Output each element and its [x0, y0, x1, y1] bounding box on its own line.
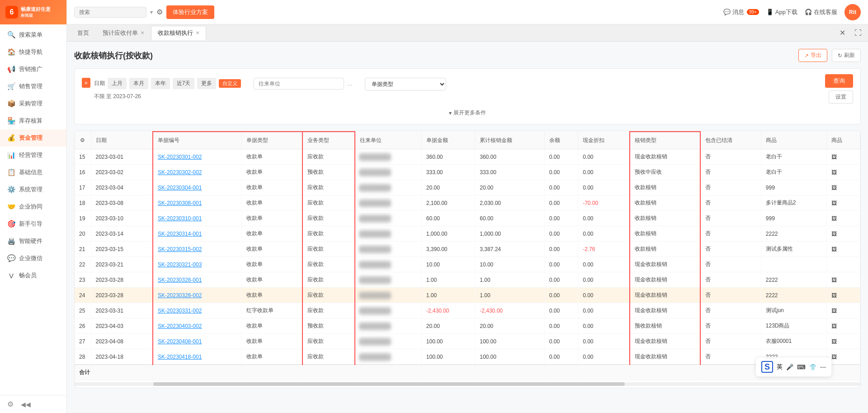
table-scroll-wrapper[interactable]: ⚙ 日期 单据编号 单据类型 业务类型 往来单位 单据金额 累计核销金额 余额 …	[75, 131, 860, 380]
sidebar-item-operation[interactable]: 📊 经营管理	[0, 147, 66, 164]
tab-receipt-close-icon[interactable]: ✕	[196, 30, 199, 35]
expand-arrow-icon[interactable]: »	[82, 78, 90, 88]
cell-voucher-no-link[interactable]: SK-20230408-001	[158, 338, 202, 345]
table-total-row: 合计	[75, 365, 860, 380]
cell-voucher-no[interactable]: SK-20230315-002	[153, 242, 241, 257]
filter-date-custom[interactable]: 自定义	[219, 79, 241, 88]
user-avatar-action[interactable]: Rit	[844, 4, 861, 20]
cell-writeoff-amount: 1,000.00	[475, 226, 545, 242]
cell-voucher-no[interactable]: SK-20230331-002	[153, 303, 241, 318]
cell-balance: 0.00	[544, 149, 578, 165]
query-button[interactable]: 查询	[825, 74, 853, 88]
col-settings[interactable]: ⚙	[75, 132, 91, 149]
cell-voucher-no[interactable]: SK-20230308-001	[153, 195, 241, 211]
sidebar-item-enterprise[interactable]: 🤝 企业协同	[0, 198, 66, 215]
partner-input[interactable]	[254, 78, 344, 90]
sidebar-item-label: 基础信息	[19, 168, 42, 176]
tab-presale-close-icon[interactable]: ✕	[141, 30, 144, 35]
cell-biz-type: 应收款	[302, 211, 355, 226]
sidebar-item-sales[interactable]: 🛒 销售管理	[0, 78, 66, 95]
filter-date-last-month[interactable]: 上月	[108, 78, 127, 89]
microphone-icon[interactable]: 🎤	[786, 364, 793, 370]
nav-search-input[interactable]	[74, 7, 146, 18]
table-scroll-bar[interactable]	[75, 382, 860, 386]
sidebar-item-wechat[interactable]: 💬 企业微信	[0, 250, 66, 267]
sidebar-item-hardware[interactable]: 🖨️ 智能硬件	[0, 233, 66, 250]
sidebar-item-shortcuts[interactable]: 🏠 快捷导航	[0, 43, 66, 61]
cell-voucher-no-link[interactable]: SK-20230314-001	[158, 231, 202, 237]
cell-voucher-no[interactable]: SK-20230321-003	[153, 257, 241, 272]
cell-voucher-no-link[interactable]: SK-20230301-002	[158, 154, 202, 160]
cell-balance: 0.00	[544, 303, 578, 318]
online-service-action[interactable]: 🎧 在线客服	[805, 8, 837, 16]
cell-voucher-no[interactable]: SK-20230304-001	[153, 180, 241, 195]
sidebar-settings-icon[interactable]: ⚙	[7, 400, 14, 408]
cell-voucher-no[interactable]: SK-20230301-002	[153, 149, 241, 165]
cell-voucher-no-link[interactable]: SK-20230418-001	[158, 354, 202, 360]
cell-goods-img: 🖼	[826, 195, 860, 211]
sidebar-item-guide[interactable]: 🎯 新手引导	[0, 215, 66, 233]
filter-expand-button[interactable]: ▾ 展开更多条件	[443, 107, 491, 119]
filter-settings-button[interactable]: 设置	[829, 90, 853, 104]
cell-voucher-no[interactable]: SK-20230328-001	[153, 272, 241, 288]
cell-voucher-no[interactable]: SK-20230302-002	[153, 165, 241, 180]
header-gear-icon[interactable]: ⚙	[156, 8, 163, 16]
solution-button[interactable]: 体验行业方案	[166, 5, 214, 19]
printer-icon: 🖨️	[7, 237, 15, 245]
header-actions: 💬 消息 99+ 📱 App下载 🎧 在线客服 Rit	[723, 4, 861, 20]
shirt-icon[interactable]: 👕	[809, 364, 816, 370]
sidebar-bottom: ⚙ ◀◀	[0, 395, 66, 413]
cell-voucher-no[interactable]: SK-20230328-002	[153, 288, 241, 303]
sidebar-item-inventory[interactable]: 🏪 库存核算	[0, 112, 66, 129]
total-cell-8	[544, 365, 578, 380]
cell-voucher-no-link[interactable]: SK-20230308-001	[158, 200, 202, 206]
tab-receipt[interactable]: 收款核销执行 ✕	[151, 26, 206, 40]
sidebar-item-member[interactable]: V 畅会员	[0, 267, 66, 284]
cell-voucher-no-link[interactable]: SK-20230331-002	[158, 308, 202, 314]
chart-icon: 📊	[7, 151, 15, 159]
sidebar-collapse-icon[interactable]: ◀◀	[21, 401, 31, 408]
cell-voucher-no[interactable]: SK-20230310-001	[153, 211, 241, 226]
partner-more-icon[interactable]: …	[347, 81, 352, 87]
cell-voucher-no-link[interactable]: SK-20230328-002	[158, 292, 202, 299]
cell-voucher-no-link[interactable]: SK-20230403-002	[158, 323, 202, 329]
messages-action[interactable]: 💬 消息 99+	[723, 8, 759, 16]
cell-voucher-no[interactable]: SK-20230403-002	[153, 318, 241, 334]
app-download-action[interactable]: 📱 App下载	[766, 8, 797, 16]
cell-cash-discount: 0.00	[578, 318, 630, 334]
tab-close-all-button[interactable]: ✕	[837, 27, 848, 39]
cell-voucher-no[interactable]: SK-20230408-001	[153, 334, 241, 349]
export-button[interactable]: ↗ 导出	[798, 49, 827, 62]
filter-date-more[interactable]: 更多	[197, 78, 216, 89]
sidebar-item-system[interactable]: ⚙️ 系统管理	[0, 181, 66, 198]
cell-voucher-no-link[interactable]: SK-20230328-001	[158, 277, 202, 283]
cell-voucher-no-link[interactable]: SK-20230310-001	[158, 215, 202, 222]
tab-presale[interactable]: 预计应收付单 ✕	[96, 26, 151, 40]
more-icon[interactable]: ⋯	[820, 364, 826, 370]
message-icon: 💬	[723, 9, 731, 15]
sidebar-item-finance[interactable]: 💰 资金管理	[0, 129, 66, 147]
refresh-button[interactable]: ↻ 刷新	[832, 49, 861, 62]
sidebar-item-purchase[interactable]: 📦 采购管理	[0, 95, 66, 112]
sidebar-item-search[interactable]: 🔍 搜索菜单	[0, 26, 66, 43]
filter-date-this-month[interactable]: 本月	[129, 78, 148, 89]
cell-voucher-no-link[interactable]: SK-20230302-002	[158, 169, 202, 176]
cell-voucher-no-link[interactable]: SK-20230321-003	[158, 261, 202, 268]
col-voucher-type: 单据类型	[241, 132, 302, 149]
table-settings-icon[interactable]: ⚙	[80, 137, 85, 143]
tab-home[interactable]: 首页	[71, 26, 96, 40]
sidebar-item-marketing[interactable]: 📢 营销推广	[0, 61, 66, 78]
cell-voucher-no-link[interactable]: SK-20230315-002	[158, 246, 202, 252]
filter-date-this-year[interactable]: 本年	[151, 78, 170, 89]
sidebar-item-basic[interactable]: 📋 基础信息	[0, 164, 66, 181]
filter-expand-toggle[interactable]: »	[82, 80, 90, 86]
cell-voucher-no[interactable]: SK-20230418-001	[153, 349, 241, 365]
tab-maximize-button[interactable]: ⛶	[852, 27, 864, 39]
keyboard-icon[interactable]: ⌨	[797, 364, 806, 370]
voucher-type-select[interactable]: 单据类型	[365, 78, 446, 90]
cell-voucher-no-link[interactable]: SK-20230304-001	[158, 185, 202, 191]
filter-date-7days[interactable]: 近7天	[173, 78, 195, 89]
cell-voucher-no[interactable]: SK-20230314-001	[153, 226, 241, 242]
cell-balance: 0.00	[544, 242, 578, 257]
cell-include-settled: 否	[700, 149, 761, 165]
